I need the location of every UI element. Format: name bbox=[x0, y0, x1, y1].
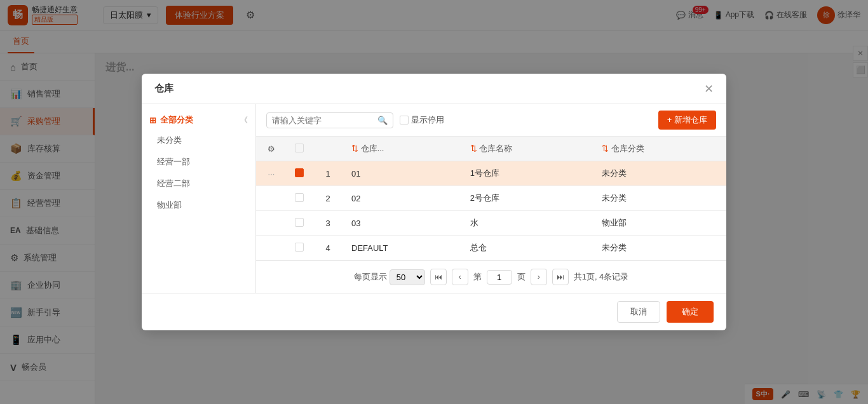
table-body: ··· 1 01 1号仓库 未分类 2 02 2号仓库 未分类 3 03 水 物… bbox=[256, 161, 726, 260]
col-checkbox-header[interactable] bbox=[287, 137, 312, 161]
row-action-cell bbox=[256, 211, 287, 236]
row-checkbox-cell[interactable] bbox=[287, 161, 312, 186]
col-category-header[interactable]: ⇅ 仓库分类 bbox=[594, 137, 726, 161]
row-num-cell: 2 bbox=[312, 186, 344, 211]
row-checkbox-cell[interactable] bbox=[287, 236, 312, 260]
page-number-input[interactable] bbox=[487, 270, 512, 285]
modal-body: ⊞ 全部分类 《 未分类 经营一部 经营二部 物业部 bbox=[142, 104, 726, 293]
per-page-select[interactable]: 10 50 100 bbox=[390, 269, 425, 285]
per-page-label: 每页显示 bbox=[354, 271, 387, 283]
page-num-label: 第 bbox=[473, 271, 482, 283]
row-checkbox[interactable] bbox=[295, 243, 304, 252]
new-warehouse-btn[interactable]: + 新增仓库 bbox=[658, 111, 716, 130]
row-action-cell bbox=[256, 186, 287, 211]
row-checkbox[interactable] bbox=[295, 193, 304, 202]
col-name-header[interactable]: ⇅ 仓库名称 bbox=[463, 137, 595, 161]
row-code-cell: DEFAULT bbox=[344, 236, 463, 260]
row-action-cell: ··· bbox=[256, 161, 287, 186]
modal-close-btn[interactable]: ✕ bbox=[704, 83, 714, 95]
category-label-1: 经营一部 bbox=[157, 157, 190, 166]
row-checkbox-cell[interactable] bbox=[287, 186, 312, 211]
modal-footer: 取消 确定 bbox=[142, 293, 726, 330]
last-page-btn[interactable]: ⏭ bbox=[552, 269, 569, 285]
search-input[interactable] bbox=[272, 116, 374, 125]
row-num-cell: 4 bbox=[312, 236, 344, 260]
table-row[interactable]: ··· 1 01 1号仓库 未分类 bbox=[256, 161, 726, 186]
collapse-arrow-icon: 《 bbox=[240, 115, 248, 126]
all-category-label: 全部分类 bbox=[160, 114, 193, 126]
table-header-row: ⚙ ⇅ 仓库... bbox=[256, 137, 726, 161]
modal-title: 仓库 bbox=[154, 83, 173, 95]
search-icon: 🔍 bbox=[377, 116, 388, 125]
category-label-3: 物业部 bbox=[157, 200, 182, 210]
show-disabled-label: 显示停用 bbox=[411, 114, 444, 126]
row-num-cell: 3 bbox=[312, 211, 344, 236]
cancel-btn[interactable]: 取消 bbox=[617, 301, 660, 323]
col-setting-header[interactable]: ⚙ bbox=[256, 137, 287, 161]
row-checkbox[interactable] bbox=[295, 218, 304, 227]
show-disabled-checkbox[interactable] bbox=[400, 116, 409, 125]
row-name-cell: 总仓 bbox=[463, 236, 595, 260]
row-action-cell bbox=[256, 236, 287, 260]
col-category-label: 仓库分类 bbox=[611, 144, 644, 153]
warehouse-table: ⚙ ⇅ 仓库... bbox=[256, 137, 726, 260]
modal-overlay: 仓库 ✕ ⊞ 全部分类 《 未分类 经营一部 bbox=[0, 0, 868, 404]
row-category-cell: 未分类 bbox=[594, 236, 726, 260]
data-table: ⚙ ⇅ 仓库... bbox=[256, 137, 726, 260]
table-row[interactable]: 3 03 水 物业部 bbox=[256, 211, 726, 236]
category-label-0: 未分类 bbox=[157, 135, 182, 145]
category-item-3[interactable]: 物业部 bbox=[142, 194, 255, 216]
category-item-1[interactable]: 经营一部 bbox=[142, 151, 255, 173]
table-panel: 🔍 显示停用 + 新增仓库 ⚙ bbox=[256, 104, 726, 293]
row-more-icon[interactable]: ··· bbox=[268, 169, 275, 178]
category-label-2: 经营二部 bbox=[157, 178, 190, 188]
page-label: 页 bbox=[517, 271, 526, 283]
confirm-btn[interactable]: 确定 bbox=[667, 301, 714, 323]
row-code-cell: 01 bbox=[344, 161, 463, 186]
table-row[interactable]: 4 DEFAULT 总仓 未分类 bbox=[256, 236, 726, 260]
modal-warehouse: 仓库 ✕ ⊞ 全部分类 《 未分类 经营一部 bbox=[142, 74, 726, 330]
sort-icon-name: ⇅ bbox=[470, 144, 477, 153]
sort-icon: ⇅ bbox=[351, 144, 358, 153]
next-page-btn[interactable]: › bbox=[531, 269, 547, 285]
grid-icon: ⊞ bbox=[149, 116, 156, 125]
show-disabled-wrap: 显示停用 bbox=[400, 114, 444, 126]
pagination-area: 每页显示 10 50 100 ⏮ ‹ 第 页 › ⏭ 共1页, 4条记录 bbox=[256, 260, 726, 293]
row-category-cell: 未分类 bbox=[594, 161, 726, 186]
total-label: 共1页, 4条记录 bbox=[574, 271, 629, 283]
row-code-cell: 03 bbox=[344, 211, 463, 236]
header-checkbox[interactable] bbox=[295, 144, 304, 152]
col-num-header bbox=[312, 137, 344, 161]
all-category-title: ⊞ 全部分类 bbox=[149, 114, 193, 126]
row-category-cell: 物业部 bbox=[594, 211, 726, 236]
category-item-0[interactable]: 未分类 bbox=[142, 130, 255, 151]
prev-page-btn[interactable]: ‹ bbox=[452, 269, 468, 285]
col-code-label: 仓库... bbox=[361, 144, 384, 153]
row-name-cell: 水 bbox=[463, 211, 595, 236]
col-code-header[interactable]: ⇅ 仓库... bbox=[344, 137, 463, 161]
col-name-label: 仓库名称 bbox=[479, 144, 512, 153]
row-name-cell: 2号仓库 bbox=[463, 186, 595, 211]
modal-header: 仓库 ✕ bbox=[142, 74, 726, 104]
all-category-header[interactable]: ⊞ 全部分类 《 bbox=[142, 111, 255, 130]
row-checkbox[interactable] bbox=[295, 168, 304, 177]
row-category-cell: 未分类 bbox=[594, 186, 726, 211]
category-item-2[interactable]: 经营二部 bbox=[142, 173, 255, 194]
row-num-cell: 1 bbox=[312, 161, 344, 186]
setting-icon: ⚙ bbox=[268, 144, 275, 154]
category-panel: ⊞ 全部分类 《 未分类 经营一部 经营二部 物业部 bbox=[142, 104, 256, 293]
row-checkbox-cell[interactable] bbox=[287, 211, 312, 236]
first-page-btn[interactable]: ⏮ bbox=[430, 269, 447, 285]
table-row[interactable]: 2 02 2号仓库 未分类 bbox=[256, 186, 726, 211]
sort-icon-cat: ⇅ bbox=[602, 144, 609, 153]
table-toolbar: 🔍 显示停用 + 新增仓库 bbox=[256, 104, 726, 137]
per-page-wrap: 每页显示 10 50 100 bbox=[354, 269, 425, 285]
row-code-cell: 02 bbox=[344, 186, 463, 211]
search-input-wrap[interactable]: 🔍 bbox=[266, 112, 393, 128]
row-name-cell: 1号仓库 bbox=[463, 161, 595, 186]
